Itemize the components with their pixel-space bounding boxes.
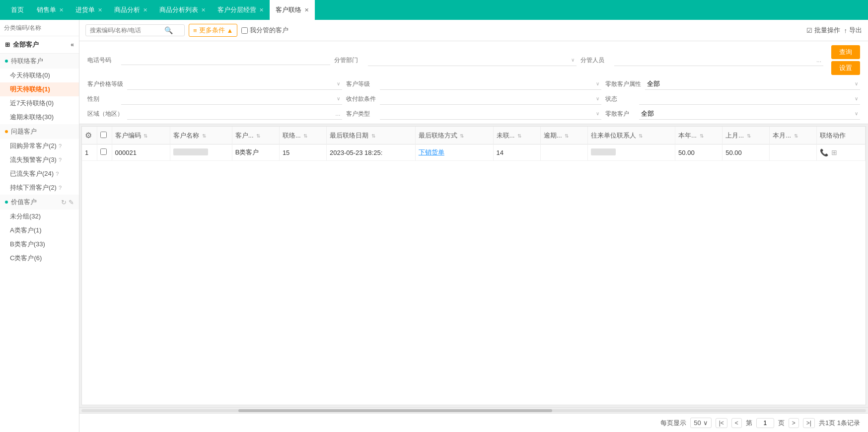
filter-more-btn[interactable]: ≡ 更多条件 ▲ (189, 24, 237, 37)
th-this-month: 本月... ⇅ (770, 127, 817, 144)
scrollbar-track (81, 409, 866, 412)
nav-purchase-order[interactable]: 进货单 ✕ (70, 0, 108, 20)
filter-customer-type: 客户类型 ∨ (346, 108, 601, 120)
nav-sales-order[interactable]: 销售单 ✕ (31, 0, 70, 20)
th-name: 客户名称 ⇅ (170, 127, 232, 144)
sort-icon[interactable]: ⇅ (256, 133, 260, 139)
filter-retail-attr-select[interactable]: 全部 ∨ (645, 78, 860, 90)
query-btn[interactable]: 查询 (831, 45, 860, 59)
grid-icon: ⊞ (5, 41, 10, 48)
sort-icon[interactable]: ⇅ (639, 133, 643, 139)
nav-home[interactable]: 首页 (4, 0, 31, 20)
sidebar-item-overdue-pending[interactable]: 逾期未联络(30) (0, 110, 79, 124)
column-settings-icon[interactable]: ⚙ (85, 131, 92, 140)
customer-table: ⚙ 客户编码 ⇅ 客户名称 ⇅ (82, 127, 866, 161)
edit-icon[interactable]: ✎ (69, 199, 74, 206)
batch-operations-btn[interactable]: ☑ 批量操作 (806, 26, 840, 35)
my-customers-checkbox[interactable]: 我分管的客户 (241, 26, 289, 35)
sort-icon[interactable]: ⇅ (565, 133, 569, 139)
sort-icon[interactable]: ⇅ (700, 133, 704, 139)
filter-phone-input[interactable] (121, 56, 330, 65)
nav-customer-contact[interactable]: 客户联络 ✕ (270, 0, 315, 20)
search-icon[interactable]: 🔍 (164, 26, 173, 34)
scrollbar-thumb[interactable] (238, 409, 552, 412)
sort-icon[interactable]: ⇅ (371, 133, 375, 139)
td-last-month: 50.00 (723, 144, 770, 161)
filter-retail-customer: 零散客户 全部 ∨ (605, 108, 860, 120)
filter-panel: 电话号码 分管部门 ∨ 分管人员 ... 查询 设置 (79, 41, 868, 124)
sidebar-item-churned[interactable]: 已流失客户(24) ? (0, 167, 79, 181)
table-header-row: ⚙ 客户编码 ⇅ 客户名称 ⇅ (82, 127, 866, 144)
sidebar-search-input[interactable] (4, 24, 78, 31)
page-size-select[interactable]: 50 ∨ (690, 418, 711, 428)
sidebar-item-churn-warning[interactable]: 流失预警客户(3) ? (0, 153, 79, 167)
sort-icon[interactable]: ⇅ (460, 133, 464, 139)
sidebar-item-ungrouped[interactable]: 未分组(32) (0, 210, 79, 223)
td-uncontacted: 14 (493, 144, 540, 161)
sidebar-item-tomorrow-pending[interactable]: 明天待联络(1) (0, 82, 79, 96)
filter-retail-attr: 零散客户属性 全部 ∨ (605, 78, 860, 90)
sort-icon[interactable]: ⇅ (144, 133, 147, 139)
collapse-icon[interactable]: « (71, 41, 74, 48)
nav-customer-segmentation[interactable]: 客户分层经营 ✕ (212, 0, 270, 20)
filter-dept-select[interactable]: ∨ (368, 54, 577, 66)
settings-btn[interactable]: 设置 (831, 61, 860, 75)
sidebar-group-pending: 待联络客户 (0, 54, 79, 69)
filter-retail-customer-select[interactable]: 全部 ∨ (639, 108, 860, 120)
my-customers-check[interactable] (241, 27, 248, 34)
sidebar-item-b-class[interactable]: B类客户(33) (0, 237, 79, 251)
filter-customer-level-select[interactable]: ∨ (380, 78, 601, 90)
filter-region-select[interactable]: ... (127, 108, 342, 120)
nav-product-analysis[interactable]: 商品分析 ✕ (108, 0, 153, 20)
toolbar: 🔍 ≡ 更多条件 ▲ 我分管的客户 ☑ 批量操作 ↑ 导出 (79, 20, 868, 41)
filter-row-1: 电话号码 分管部门 ∨ 分管人员 ... 查询 设置 (87, 45, 860, 75)
sort-icon[interactable]: ⇅ (202, 133, 206, 139)
filter-payment-select[interactable]: ∨ (380, 93, 601, 105)
first-page-btn[interactable]: |< (716, 418, 727, 428)
page-unit: 页 (778, 419, 785, 428)
td-type: B类客户 (232, 144, 279, 161)
nav-product-analysis-list[interactable]: 商品分析列表 ✕ (153, 0, 212, 20)
table-row: 1 000021 B类客户 15 2023-05-23 18:25: 下销货单 (82, 144, 866, 161)
contact-action-icon[interactable]: 📞 (820, 148, 828, 156)
sidebar-all-customers[interactable]: ⊞ 全部客户 « (0, 36, 79, 54)
sidebar-item-declining[interactable]: 持续下滑客户(2) ? (0, 181, 79, 195)
batch-checkbox-icon: ☑ (806, 27, 812, 34)
select-all-checkbox[interactable] (100, 132, 107, 138)
close-icon[interactable]: ✕ (201, 7, 206, 13)
close-icon[interactable]: ✕ (59, 7, 64, 13)
close-icon[interactable]: ✕ (304, 7, 309, 13)
prev-page-btn[interactable]: < (731, 418, 742, 428)
sidebar-item-a-class[interactable]: A类客户(1) (0, 223, 79, 237)
help-icon: ? (59, 185, 62, 191)
last-method-link[interactable]: 下销货单 (419, 148, 444, 156)
th-type: 客户... ⇅ (232, 127, 279, 144)
sidebar-item-repurchase-abnormal[interactable]: 回购异常客户(2) ? (0, 139, 79, 153)
refresh-icon[interactable]: ↻ (61, 199, 67, 206)
filter-customer-type-select[interactable]: ∨ (380, 108, 601, 120)
close-icon[interactable]: ✕ (143, 7, 147, 13)
close-icon[interactable]: ✕ (259, 7, 264, 13)
search-input-wrapper: 🔍 (85, 24, 185, 36)
sidebar-item-7day-pending[interactable]: 近7天待联络(0) (0, 96, 79, 110)
sidebar-item-today-pending[interactable]: 今天待联络(0) (0, 69, 79, 82)
filter-manager-select[interactable]: ... (614, 54, 823, 66)
sort-icon[interactable]: ⇅ (794, 133, 798, 139)
last-page-btn[interactable]: >| (803, 418, 815, 428)
next-page-btn[interactable]: > (789, 418, 799, 428)
chevron-down-icon: ∨ (337, 81, 340, 86)
close-icon[interactable]: ✕ (98, 7, 102, 13)
more-action-icon[interactable]: ⊞ (831, 148, 837, 156)
export-btn[interactable]: ↑ 导出 (844, 26, 863, 35)
page-number-input[interactable] (756, 418, 774, 428)
chevron-down-icon: ∨ (855, 111, 858, 116)
sort-icon[interactable]: ⇅ (517, 133, 521, 139)
filter-status-select[interactable]: ∨ (639, 93, 860, 105)
filter-price-level-select[interactable]: ∨ (127, 78, 342, 90)
row-checkbox[interactable] (100, 148, 107, 155)
search-input[interactable] (90, 27, 164, 34)
sort-icon[interactable]: ⇅ (747, 133, 751, 139)
sort-icon[interactable]: ⇅ (303, 133, 307, 139)
filter-gender-select[interactable]: ∨ (121, 93, 342, 105)
sidebar-item-c-class[interactable]: C类客户(6) (0, 251, 79, 265)
